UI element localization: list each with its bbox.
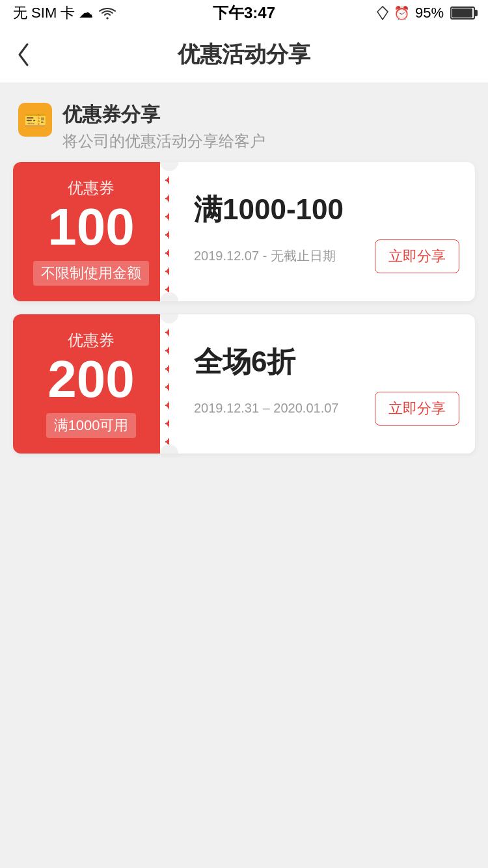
coupon-title-2: 全场6折 — [194, 343, 459, 381]
section-heading: 优惠券分享 — [62, 102, 265, 128]
page-title: 优惠活动分享 — [178, 40, 310, 70]
coupon-card: 优惠券 100 不限制使用金额 满1000-100 2019.12.07 - 无… — [13, 162, 475, 301]
status-right: ⏰ 95% — [377, 5, 475, 21]
status-bar: 无 SIM 卡 ☁ 下午3:47 ⏰ 95% — [0, 0, 488, 26]
status-left: 无 SIM 卡 ☁ — [13, 3, 116, 23]
share-button-2[interactable]: 立即分享 — [375, 392, 459, 426]
coupon-type-1: 优惠券 — [68, 178, 115, 198]
coupon-bottom-1: 2019.12.07 - 无截止日期 立即分享 — [194, 239, 459, 273]
battery-percent: 95% — [415, 5, 444, 21]
coupon-amount-2: 200 — [47, 353, 134, 405]
coupon-left-2: 优惠券 200 满1000可用 — [13, 314, 169, 454]
coupon-list: 优惠券 100 不限制使用金额 满1000-100 2019.12.07 - 无… — [0, 162, 488, 454]
coupon-card-2: 优惠券 200 满1000可用 全场6折 2019.12.31 – 2020.0… — [13, 314, 475, 454]
coupon-right-2: 全场6折 2019.12.31 – 2020.01.07 立即分享 — [178, 314, 475, 454]
back-button[interactable] — [16, 42, 31, 68]
wifi-icon — [98, 7, 116, 20]
alarm-icon: ⏰ — [394, 5, 410, 21]
coupon-right-1: 满1000-100 2019.12.07 - 无截止日期 立即分享 — [178, 162, 475, 301]
coupon-left-1: 优惠券 100 不限制使用金额 — [13, 162, 169, 301]
battery-icon — [450, 7, 475, 20]
section-header: 🎫 优惠券分享 将公司的优惠活动分享给客户 — [0, 83, 488, 162]
coupon-date-1: 2019.12.07 - 无截止日期 — [194, 247, 367, 265]
sim-text: 无 SIM 卡 ☁ — [13, 3, 93, 23]
bottom-space — [0, 467, 488, 857]
nav-bar: 优惠活动分享 — [0, 26, 488, 83]
section-subtext: 将公司的优惠活动分享给客户 — [62, 131, 265, 152]
coupon-title-1: 满1000-100 — [194, 191, 459, 229]
coupon-condition-1: 不限制使用金额 — [33, 261, 149, 286]
coupon-condition-2: 满1000可用 — [46, 413, 137, 438]
coupon-type-2: 优惠券 — [68, 330, 115, 351]
location-icon — [377, 6, 388, 20]
status-time: 下午3:47 — [213, 3, 275, 23]
share-button-1[interactable]: 立即分享 — [375, 239, 459, 273]
section-text: 优惠券分享 将公司的优惠活动分享给客户 — [62, 102, 265, 152]
section-icon: 🎫 — [18, 103, 52, 137]
coupon-date-2: 2019.12.31 – 2020.01.07 — [194, 401, 367, 416]
coupon-icon: 🎫 — [24, 109, 47, 131]
coupon-amount-1: 100 — [47, 201, 134, 253]
coupon-bottom-2: 2019.12.31 – 2020.01.07 立即分享 — [194, 392, 459, 426]
